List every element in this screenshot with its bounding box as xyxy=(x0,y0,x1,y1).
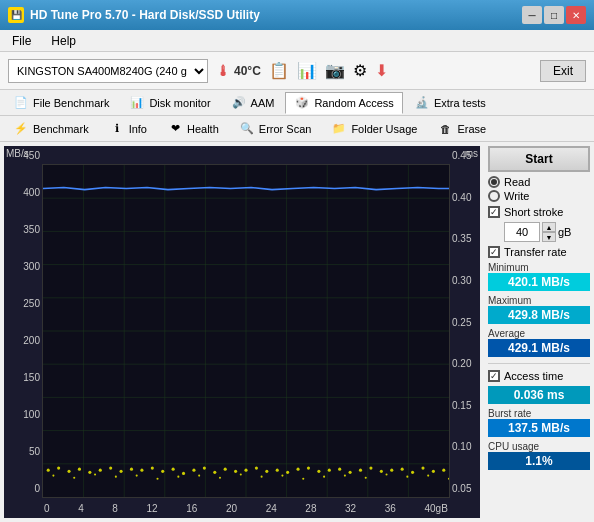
copy-icon[interactable]: 📋 xyxy=(269,61,289,80)
tab-extra-tests[interactable]: 🔬 Extra tests xyxy=(405,92,495,114)
health-icon: ❤ xyxy=(167,121,183,137)
chart-x-axis: 0 4 8 12 16 20 24 28 32 36 40gB xyxy=(42,498,450,518)
close-button[interactable]: ✕ xyxy=(566,6,586,24)
svg-point-27 xyxy=(130,468,133,471)
svg-point-47 xyxy=(338,468,341,471)
stroke-spin-arrows: ▲ ▼ xyxy=(542,222,556,242)
temperature-display: 🌡 40°C xyxy=(216,63,261,79)
svg-point-48 xyxy=(349,471,352,474)
svg-point-65 xyxy=(198,475,200,477)
burst-rate-value: 137.5 MB/s xyxy=(488,419,590,437)
toolbar: KINGSTON SA400M8240G (240 gB) 🌡 40°C 📋 📊… xyxy=(0,52,594,90)
svg-point-49 xyxy=(359,469,362,472)
svg-point-33 xyxy=(192,469,195,472)
svg-point-26 xyxy=(120,470,123,473)
settings-icon[interactable]: ⚙ xyxy=(353,61,367,80)
write-radio[interactable]: Write xyxy=(488,190,590,202)
access-time-value: 0.036 ms xyxy=(488,386,590,404)
svg-point-20 xyxy=(57,466,60,469)
chart-icon[interactable]: 📊 xyxy=(297,61,317,80)
read-radio[interactable]: Read xyxy=(488,176,590,188)
svg-point-62 xyxy=(136,475,138,477)
svg-point-43 xyxy=(296,468,299,471)
access-time-stat: 0.036 ms xyxy=(488,386,590,404)
svg-point-40 xyxy=(265,470,268,473)
svg-point-51 xyxy=(380,470,383,473)
maximum-stat: Maximum 429.8 MB/s xyxy=(488,295,590,324)
tab-file-benchmark[interactable]: 📄 File Benchmark xyxy=(4,92,118,114)
svg-point-73 xyxy=(365,477,367,479)
average-value: 429.1 MB/s xyxy=(488,339,590,357)
tab-aam[interactable]: 🔊 AAM xyxy=(222,92,284,114)
svg-point-56 xyxy=(432,470,435,473)
thermometer-icon: 🌡 xyxy=(216,63,230,79)
svg-point-36 xyxy=(224,468,227,471)
svg-point-50 xyxy=(369,466,372,469)
svg-point-76 xyxy=(427,475,429,477)
chart-svg xyxy=(42,164,450,498)
info-icon: ℹ xyxy=(109,121,125,137)
camera-icon[interactable]: 📷 xyxy=(325,61,345,80)
cpu-usage-stat: CPU usage 1.1% xyxy=(488,441,590,470)
tab-folder-usage[interactable]: 📁 Folder Usage xyxy=(322,118,426,140)
start-button[interactable]: Start xyxy=(488,146,590,172)
disk-monitor-icon: 📊 xyxy=(129,95,145,111)
erase-icon: 🗑 xyxy=(437,121,453,137)
minimize-button[interactable]: ─ xyxy=(522,6,542,24)
svg-point-21 xyxy=(67,470,70,473)
short-stroke-checkbox[interactable] xyxy=(488,206,500,218)
svg-point-77 xyxy=(448,478,450,480)
window-title: HD Tune Pro 5.70 - Hard Disk/SSD Utility xyxy=(30,8,260,22)
error-scan-icon: 🔍 xyxy=(239,121,255,137)
svg-point-30 xyxy=(161,470,164,473)
divider-1 xyxy=(488,363,590,364)
aam-icon: 🔊 xyxy=(231,95,247,111)
window-controls: ─ □ ✕ xyxy=(522,6,586,24)
minimum-value: 420.1 MB/s xyxy=(488,273,590,291)
svg-point-72 xyxy=(344,475,346,477)
stroke-value-input[interactable] xyxy=(504,222,540,242)
stroke-spin-down[interactable]: ▼ xyxy=(542,232,556,242)
tab-random-access[interactable]: 🎲 Random Access xyxy=(285,92,402,114)
stroke-spin-up[interactable]: ▲ xyxy=(542,222,556,232)
svg-point-68 xyxy=(261,476,263,478)
chart-area: MB/s ms 450 400 350 300 250 200 150 100 … xyxy=(4,146,480,518)
svg-point-38 xyxy=(244,469,247,472)
temperature-value: 40°C xyxy=(234,64,261,78)
disk-selector[interactable]: KINGSTON SA400M8240G (240 gB) xyxy=(8,59,208,83)
svg-point-55 xyxy=(421,466,424,469)
burst-rate-stat: Burst rate 137.5 MB/s xyxy=(488,408,590,437)
tab-erase[interactable]: 🗑 Erase xyxy=(428,118,495,140)
help-menu[interactable]: Help xyxy=(47,33,80,49)
title-bar: 💾 HD Tune Pro 5.70 - Hard Disk/SSD Utili… xyxy=(0,0,594,30)
download-icon[interactable]: ⬇ xyxy=(375,61,388,80)
chart-y-left-axis: 450 400 350 300 250 200 150 100 50 0 xyxy=(4,146,42,498)
transfer-rate-checkbox[interactable] xyxy=(488,246,500,258)
svg-point-75 xyxy=(406,476,408,478)
svg-point-46 xyxy=(328,469,331,472)
exit-button[interactable]: Exit xyxy=(540,60,586,82)
file-benchmark-icon: 📄 xyxy=(13,95,29,111)
svg-point-41 xyxy=(276,469,279,472)
cpu-usage-value: 1.1% xyxy=(488,452,590,470)
svg-point-60 xyxy=(94,473,96,475)
svg-point-63 xyxy=(156,478,158,480)
svg-point-31 xyxy=(172,468,175,471)
svg-point-59 xyxy=(73,477,75,479)
file-menu[interactable]: File xyxy=(8,33,35,49)
tab-disk-monitor[interactable]: 📊 Disk monitor xyxy=(120,92,219,114)
tab-benchmark[interactable]: ⚡ Benchmark xyxy=(4,118,98,140)
svg-point-58 xyxy=(52,475,54,477)
tab-health[interactable]: ❤ Health xyxy=(158,118,228,140)
tab-error-scan[interactable]: 🔍 Error Scan xyxy=(230,118,321,140)
svg-point-74 xyxy=(385,473,387,475)
svg-point-39 xyxy=(255,466,258,469)
svg-point-52 xyxy=(390,469,393,472)
maximize-button[interactable]: □ xyxy=(544,6,564,24)
extra-tests-icon: 🔬 xyxy=(414,95,430,111)
menu-bar: File Help xyxy=(0,30,594,52)
svg-point-70 xyxy=(302,478,304,480)
svg-point-29 xyxy=(151,466,154,469)
access-time-checkbox[interactable] xyxy=(488,370,500,382)
tab-info[interactable]: ℹ Info xyxy=(100,118,156,140)
